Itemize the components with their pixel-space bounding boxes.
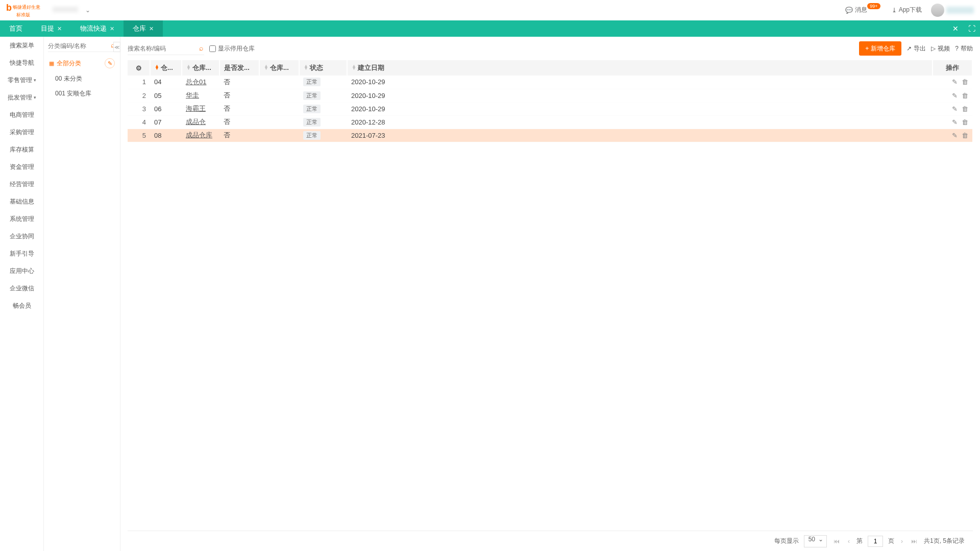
page-label-pre: 第 <box>856 537 863 545</box>
nav-label: 经营管理 <box>10 180 34 189</box>
nav-item-2[interactable]: 零售管理▾ <box>0 71 43 89</box>
category-search: ⌕ <box>44 37 120 55</box>
show-disabled-input[interactable] <box>209 45 216 52</box>
table-row[interactable]: 508成品仓库否正常2021-07-23✎🗑 <box>128 129 972 142</box>
th-addr[interactable]: ▲▼仓库... <box>259 60 299 76</box>
app-download-button[interactable]: ⤓ App下载 <box>892 6 922 14</box>
show-disabled-checkbox[interactable]: 显示停用仓库 <box>209 44 255 53</box>
help-button[interactable]: ? 帮助 <box>955 44 973 53</box>
page-input[interactable] <box>868 536 883 547</box>
category-all[interactable]: ▦ 全部分类 ✎ <box>44 55 120 71</box>
add-warehouse-button[interactable]: + 新增仓库 <box>859 41 901 56</box>
cell-index: 3 <box>128 102 150 115</box>
company-dropdown[interactable]: ⌄ <box>48 5 93 16</box>
messages-button[interactable]: 💬 消息 99+ <box>845 6 882 14</box>
th-ship[interactable]: 是否发... <box>219 60 259 76</box>
status-badge: 正常 <box>303 91 321 100</box>
cell-name: 总仓01 <box>182 76 219 89</box>
search-icon[interactable]: ⌕ <box>199 44 203 52</box>
nav-item-9[interactable]: 基础信息 <box>0 193 43 210</box>
table-row[interactable]: 306海霸王否正常2020-10-29✎🗑 <box>128 102 972 115</box>
play-icon: ▷ <box>931 45 936 52</box>
th-code[interactable]: ▲▼仓... <box>150 60 182 76</box>
th-ops: 操作 <box>933 60 972 76</box>
category-search-input[interactable] <box>48 40 116 52</box>
show-disabled-label: 显示停用仓库 <box>218 44 255 53</box>
nav-item-5[interactable]: 采购管理 <box>0 123 43 141</box>
nav-item-12[interactable]: 新手引导 <box>0 245 43 262</box>
video-button[interactable]: ▷ 视频 <box>931 44 950 53</box>
delete-icon[interactable]: 🗑 <box>962 105 968 113</box>
download-icon: ⤓ <box>892 7 897 14</box>
page-next-button[interactable]: › <box>899 538 904 545</box>
nav-item-0[interactable]: 搜索菜单 <box>0 37 43 54</box>
main-search-input[interactable] <box>128 42 204 55</box>
nav-item-1[interactable]: 快捷导航 <box>0 54 43 71</box>
nav-item-11[interactable]: 企业协同 <box>0 228 43 245</box>
cell-date: 2020-12-28 <box>347 115 933 129</box>
user-menu[interactable] <box>931 4 974 17</box>
delete-icon[interactable]: 🗑 <box>962 132 968 139</box>
delete-icon[interactable]: 🗑 <box>962 78 968 86</box>
nav-item-13[interactable]: 应用中心 <box>0 262 43 280</box>
th-name[interactable]: ▲▼仓库... <box>182 60 219 76</box>
tab-1[interactable]: 目提✕ <box>32 20 71 37</box>
table-row[interactable]: 104总仓01否正常2020-10-29✎🗑 <box>128 76 972 89</box>
avatar <box>931 4 944 17</box>
nav-item-4[interactable]: 电商管理 <box>0 106 43 123</box>
warehouse-link[interactable]: 总仓01 <box>186 78 206 86</box>
logo-edition: 标准版 <box>16 13 30 17</box>
page-first-button[interactable]: ⏮ <box>832 538 841 545</box>
th-date[interactable]: ▲▼建立日期 <box>347 60 933 76</box>
tab-2[interactable]: 物流快递✕ <box>71 20 124 37</box>
nav-item-7[interactable]: 资金管理 <box>0 158 43 176</box>
collapse-panel-button[interactable]: ≪ <box>113 42 120 52</box>
tab-3[interactable]: 仓库✕ <box>124 20 163 37</box>
category-all-label: 全部分类 <box>57 59 81 68</box>
th-gear[interactable]: ⚙ <box>128 60 150 76</box>
cell-code: 06 <box>150 102 182 115</box>
nav-label: 畅会员 <box>13 302 31 310</box>
delete-icon[interactable]: 🗑 <box>962 118 968 126</box>
edit-category-button[interactable]: ✎ <box>105 58 115 68</box>
warehouse-link[interactable]: 成品仓库 <box>186 131 212 139</box>
export-button[interactable]: ↗ 导出 <box>906 44 926 53</box>
status-badge: 正常 <box>303 118 321 127</box>
page-prev-button[interactable]: ‹ <box>846 538 851 545</box>
logo-brand: 畅捷通好生意 <box>13 5 40 10</box>
warehouse-link[interactable]: 华圭 <box>186 91 199 99</box>
nav-item-6[interactable]: 库存核算 <box>0 141 43 158</box>
edit-icon[interactable]: ✎ <box>952 78 958 86</box>
table-row[interactable]: 205华圭否正常2020-10-29✎🗑 <box>128 89 972 102</box>
category-item-0[interactable]: 00 未分类 <box>44 71 120 86</box>
grid-icon: ▦ <box>49 60 54 67</box>
nav-item-8[interactable]: 经营管理 <box>0 176 43 193</box>
nav-item-15[interactable]: 畅会员 <box>0 297 43 314</box>
nav-item-14[interactable]: 企业微信 <box>0 280 43 297</box>
nav-item-3[interactable]: 批发管理▾ <box>0 89 43 106</box>
close-icon[interactable]: ✕ <box>57 26 62 32</box>
edit-icon[interactable]: ✎ <box>952 118 958 126</box>
cell-name: 成品仓 <box>182 115 219 129</box>
fullscreen-button[interactable]: ⛶ <box>964 20 980 37</box>
cell-ship: 否 <box>219 102 259 115</box>
edit-icon[interactable]: ✎ <box>952 92 958 99</box>
cell-addr <box>259 102 299 115</box>
delete-icon[interactable]: 🗑 <box>962 92 968 99</box>
edit-icon[interactable]: ✎ <box>952 132 958 139</box>
th-status[interactable]: ▲▼状态 <box>299 60 347 76</box>
warehouse-link[interactable]: 海霸王 <box>186 105 206 112</box>
tab-0[interactable]: 首页 <box>0 20 32 37</box>
cell-name: 成品仓库 <box>182 129 219 142</box>
warehouse-link[interactable]: 成品仓 <box>186 118 206 126</box>
page-last-button[interactable]: ⏭ <box>910 538 919 545</box>
close-all-tabs-button[interactable]: ✕ <box>947 20 964 37</box>
cell-code: 04 <box>150 76 182 89</box>
per-page-select[interactable]: 50 ⌄ <box>804 535 827 547</box>
edit-icon[interactable]: ✎ <box>952 105 958 113</box>
table-row[interactable]: 407成品仓否正常2020-12-28✎🗑 <box>128 115 972 129</box>
close-icon[interactable]: ✕ <box>149 26 154 32</box>
nav-item-10[interactable]: 系统管理 <box>0 210 43 228</box>
close-icon[interactable]: ✕ <box>110 26 114 32</box>
category-item-1[interactable]: 001 安顺仓库 <box>44 86 120 101</box>
